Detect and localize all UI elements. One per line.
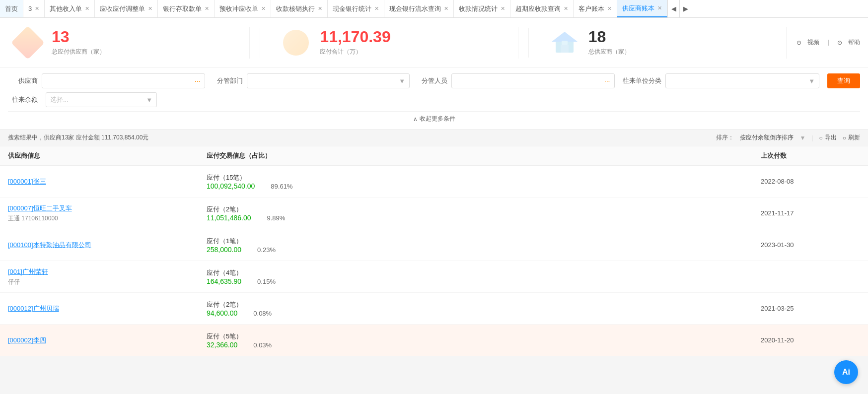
- stat-number-3: 18: [588, 29, 630, 45]
- payable-info-0: 应付（15笔） 100,092,540.00 89.61%: [207, 173, 761, 190]
- filter-category-label: 往来单位分类: [623, 76, 661, 85]
- filter-supplier: 供应商 ···: [8, 73, 205, 88]
- person-input[interactable]: ···: [451, 73, 615, 88]
- table-row: [000001]张三 应付（15笔） 100,092,540.00 89.61%…: [0, 166, 868, 197]
- nav-arrow-left[interactable]: ◀: [667, 0, 679, 18]
- stat-label-1: 总应付供应商（家）: [52, 48, 105, 56]
- nav-tab-customer-book-label: 客户账本: [579, 4, 604, 13]
- payable-amount-4[interactable]: 94,600.00: [207, 309, 237, 317]
- supplier-sub-3: 仔仔: [8, 278, 207, 286]
- nav-tab-cash-bank-query-close[interactable]: ✕: [444, 5, 448, 12]
- balance-arrow-icon[interactable]: ▼: [146, 96, 152, 104]
- supplier-input[interactable]: ···: [42, 73, 205, 88]
- dept-arrow-icon[interactable]: ▼: [399, 77, 405, 85]
- payable-pct-5: 0.03%: [253, 341, 272, 349]
- person-text-input[interactable]: [456, 77, 604, 85]
- person-dots-icon[interactable]: ···: [604, 77, 610, 85]
- nav-tab-other-income[interactable]: 其他收入单 ✕: [45, 0, 95, 17]
- supplier-text-input[interactable]: [46, 77, 195, 85]
- nav-tab-customer-book[interactable]: 客户账本 ✕: [574, 0, 617, 17]
- help-link[interactable]: 帮助: [848, 38, 860, 47]
- help-circle-icon: ⊙: [837, 39, 842, 46]
- collapse-label: 收起更多条件: [420, 115, 455, 123]
- nav-tab-three[interactable]: 3 ✕: [23, 0, 45, 17]
- supplier-info-3: [001]广州荣轩 仔仔: [8, 267, 207, 286]
- nav-tab-receipt-stat[interactable]: 收款情况统计 ✕: [454, 0, 510, 17]
- nav-tab-receipt-verify-label: 收款核销执行: [276, 4, 315, 13]
- nav-tab-supplier-book[interactable]: 供应商账本 ✕: [617, 0, 667, 17]
- supplier-name-1[interactable]: [000007]恒旺二手叉车: [8, 204, 207, 213]
- search-button[interactable]: 查询: [827, 73, 860, 88]
- circle-icon: ⊙: [796, 39, 801, 46]
- nav-tab-three-close[interactable]: ✕: [35, 5, 39, 12]
- filter-row-1: 供应商 ··· 分管部门 ▼ 分管人员 ··· 往来单位分类: [8, 73, 860, 88]
- nav-tab-ar-ap-adjust-close[interactable]: ✕: [148, 5, 152, 12]
- stat-card-3: 18 总供应商（家）: [539, 27, 787, 59]
- nav-tab-home[interactable]: 首页: [0, 0, 23, 17]
- nav-tab-bank-deposit-close[interactable]: ✕: [205, 5, 209, 12]
- sort-label: 排序：: [716, 133, 734, 142]
- nav-tab-receipt-stat-close[interactable]: ✕: [501, 5, 505, 12]
- filter-dept: 分管部门 ▼: [213, 73, 410, 88]
- payable-row-0: 100,092,540.00 89.61%: [207, 182, 761, 190]
- payable-info-3: 应付（4笔） 164,635.90 0.15%: [207, 268, 761, 285]
- supplier-dots-icon[interactable]: ···: [195, 77, 201, 85]
- payable-amount-5[interactable]: 32,366.00: [207, 341, 237, 349]
- nav-tab-prepay-offset-close[interactable]: ✕: [261, 5, 266, 12]
- supplier-name-0[interactable]: [000001]张三: [8, 177, 207, 186]
- supplier-name-5[interactable]: [000002]李四: [8, 336, 207, 345]
- nav-tab-prepay-offset[interactable]: 预收冲应收单 ✕: [215, 0, 271, 17]
- payable-pct-0: 89.61%: [271, 183, 292, 190]
- filter-person-label: 分管人员: [418, 76, 447, 85]
- supplier-name-4[interactable]: [000012]广州贝瑞: [8, 304, 207, 313]
- balance-placeholder: 选择...: [50, 95, 69, 104]
- dept-input[interactable]: ▼: [247, 73, 410, 88]
- stat-content-2: 11,170.39 应付合计（万）: [320, 29, 390, 56]
- nav-tab-supplier-book-close[interactable]: ✕: [657, 5, 662, 11]
- filter-dept-label: 分管部门: [213, 76, 243, 85]
- supplier-name-2[interactable]: [000100]本特勤油品有限公司: [8, 241, 207, 250]
- category-arrow-icon[interactable]: ▼: [808, 77, 815, 85]
- refresh-button[interactable]: ○ 刷新: [843, 133, 860, 142]
- export-label: 导出: [825, 133, 837, 142]
- nav-tab-three-label: 3: [28, 5, 32, 12]
- payable-pct-4: 0.08%: [253, 310, 272, 317]
- payable-amount-0[interactable]: 100,092,540.00: [207, 182, 255, 190]
- nav-tab-receipt-verify-close[interactable]: ✕: [318, 5, 322, 12]
- balance-input[interactable]: 选择... ▼: [46, 92, 157, 107]
- nav-tab-other-income-close[interactable]: ✕: [85, 5, 89, 12]
- nav-tab-cash-bank-stat-close[interactable]: ✕: [374, 5, 379, 12]
- nav-arrow-right[interactable]: ▶: [679, 0, 691, 18]
- stat-card-2: 11,170.39 应付合计（万）: [270, 27, 518, 59]
- sort-arrow-icon[interactable]: ▼: [799, 134, 805, 141]
- svg-marker-1: [552, 32, 578, 42]
- nav-tab-ar-ap-adjust[interactable]: 应收应付调整单 ✕: [95, 0, 158, 17]
- stat-number-1: 13: [52, 29, 105, 45]
- nav-tab-overdue-ar-close[interactable]: ✕: [564, 5, 568, 12]
- nav-tab-customer-book-close[interactable]: ✕: [607, 5, 612, 12]
- dept-text-input[interactable]: [251, 77, 399, 85]
- payable-label-0: 应付（15笔）: [207, 173, 761, 182]
- nav-tab-cash-bank-query[interactable]: 现金银行流水查询 ✕: [384, 0, 454, 17]
- category-input[interactable]: ▼: [665, 73, 820, 88]
- nav-tab-overdue-ar[interactable]: 超期应收款查询 ✕: [510, 0, 574, 17]
- sort-select[interactable]: 按应付余额倒序排序: [740, 133, 794, 142]
- payable-amount-3[interactable]: 164,635.90: [207, 277, 241, 285]
- payable-amount-2[interactable]: 258,000.00: [207, 246, 241, 254]
- export-button[interactable]: ○ 导出: [819, 133, 837, 142]
- video-link[interactable]: 视频: [807, 38, 819, 47]
- nav-tab-cash-bank-stat[interactable]: 现金银行统计 ✕: [328, 0, 384, 17]
- payable-info-4: 应付（2笔） 94,600.00 0.08%: [207, 300, 761, 317]
- last-pay-1: 2021-11-17: [761, 209, 860, 217]
- nav-tab-bank-deposit[interactable]: 银行存取款单 ✕: [158, 0, 215, 17]
- payable-amount-1[interactable]: 11,051,486.00: [207, 214, 251, 222]
- stat-icon-1: [12, 27, 44, 59]
- supplier-name-3[interactable]: [001]广州荣轩: [8, 267, 207, 276]
- nav-tab-overdue-ar-label: 超期应收款查询: [515, 4, 561, 13]
- nav-tab-receipt-verify[interactable]: 收款核销执行 ✕: [271, 0, 328, 17]
- category-text-input[interactable]: [670, 77, 809, 85]
- filter-row-2: 往来余额 选择... ▼: [8, 92, 157, 107]
- nav-tab-receipt-stat-label: 收款情况统计: [459, 4, 498, 13]
- collapse-button[interactable]: ∧ 收起更多条件: [8, 111, 860, 125]
- nav-tab-other-income-label: 其他收入单: [50, 4, 82, 13]
